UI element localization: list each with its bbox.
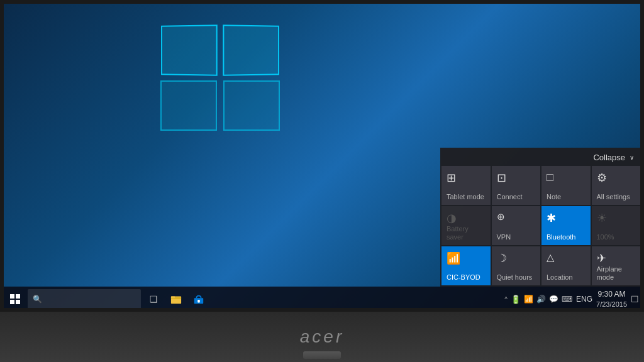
tile-tablet-mode-label: Tablet mode	[447, 193, 484, 201]
airplane-icon: ✈	[597, 251, 606, 265]
collapse-button[interactable]: Collapse ∨	[593, 153, 634, 162]
tile-quiet-hours-label: Quiet hours	[497, 273, 533, 282]
tile-location[interactable]: △ Location	[541, 246, 591, 285]
tile-bluetooth-label: Bluetooth	[547, 233, 575, 241]
laptop-hinge	[303, 351, 341, 359]
tile-cic-byod[interactable]: 📶 CIC-BYOD	[441, 246, 491, 285]
tile-brightness[interactable]: ☀ 100%	[592, 206, 641, 245]
connect-icon: ⊡	[497, 171, 506, 185]
chevron-down-icon: ∨	[630, 154, 634, 161]
tablet-mode-icon: ⊞	[447, 171, 456, 185]
start-button[interactable]	[5, 289, 25, 309]
clock-date: 7/23/2015	[596, 300, 627, 309]
svg-rect-0	[10, 294, 14, 299]
battery-icon: 🔋	[511, 295, 521, 304]
tile-cic-byod-label: CIC-BYOD	[447, 273, 480, 282]
tile-battery-saver[interactable]: ◑ Battery saver	[441, 206, 491, 245]
tile-all-settings[interactable]: ⚙ All settings	[592, 166, 641, 205]
tile-vpn[interactable]: ⊕ VPN	[492, 206, 541, 245]
tile-connect[interactable]: ⊡ Connect	[492, 166, 541, 205]
taskbar-left: 🔍 ❑	[5, 289, 209, 309]
action-center-panel: Collapse ∨ ⊞ Tablet mode ⊡ Connect □ Not…	[440, 148, 641, 287]
wifi-icon: 📶	[447, 251, 460, 265]
action-center-header: Collapse ∨	[440, 148, 641, 166]
search-icon: 🔍	[33, 295, 42, 304]
show-hidden-icons-button[interactable]: ^	[504, 296, 508, 303]
svg-rect-1	[16, 294, 20, 299]
svg-rect-7	[197, 300, 200, 303]
store-button[interactable]	[189, 289, 209, 309]
language-indicator[interactable]: ENG	[576, 295, 592, 304]
tile-location-label: Location	[547, 273, 573, 282]
svg-rect-5	[171, 297, 175, 299]
bluetooth-icon: ✱	[547, 211, 556, 225]
clock-time: 9:30 AM	[596, 289, 627, 300]
task-view-button[interactable]: ❑	[143, 289, 164, 309]
svg-rect-2	[10, 300, 14, 304]
search-box[interactable]: 🔍	[28, 289, 141, 309]
laptop-bezel: acer	[0, 312, 644, 362]
windows-logo	[126, 13, 302, 163]
tile-quiet-hours[interactable]: ☽ Quiet hours	[492, 246, 541, 285]
tile-bluetooth[interactable]: ✱ Bluetooth	[541, 206, 591, 245]
settings-icon: ⚙	[597, 171, 607, 185]
tile-all-settings-label: All settings	[597, 193, 630, 201]
tile-note-label: Note	[547, 193, 561, 201]
collapse-label: Collapse	[593, 153, 625, 162]
location-icon: △	[547, 251, 554, 263]
keyboard-icon: ⌨	[562, 295, 572, 304]
quick-actions-grid: ⊞ Tablet mode ⊡ Connect □ Note ⚙ All set…	[440, 166, 641, 287]
taskbar: 🔍 ❑ ^ 🔋 📶 🔊 💬 ⌨ ENG	[0, 287, 644, 312]
vpn-icon: ⊕	[497, 211, 505, 222]
tile-airplane-mode[interactable]: ✈ Airplane mode	[592, 246, 641, 285]
action-center-button[interactable]: ☐	[631, 294, 639, 304]
note-icon: □	[547, 171, 553, 184]
tile-connect-label: Connect	[497, 193, 523, 201]
tile-airplane-mode-label: Airplane mode	[597, 265, 636, 282]
system-clock[interactable]: 9:30 AM 7/23/2015	[596, 289, 627, 309]
acer-brand-logo: acer	[300, 327, 344, 347]
svg-rect-3	[16, 300, 20, 304]
system-tray-icons: ^ 🔋 📶 🔊 💬 ⌨	[504, 295, 572, 304]
tile-battery-saver-label: Battery saver	[447, 225, 486, 241]
tile-tablet-mode[interactable]: ⊞ Tablet mode	[441, 166, 491, 205]
brightness-icon: ☀	[597, 211, 607, 225]
notification-tray-icon[interactable]: 💬	[549, 295, 558, 304]
volume-icon[interactable]: 🔊	[536, 295, 546, 304]
taskbar-right: ^ 🔋 📶 🔊 💬 ⌨ ENG 9:30 AM 7/23/2015 ☐	[504, 289, 639, 309]
wifi-tray-icon[interactable]: 📶	[524, 295, 533, 304]
tile-note[interactable]: □ Note	[541, 166, 591, 205]
battery-saver-icon: ◑	[447, 211, 457, 225]
tile-vpn-label: VPN	[497, 233, 511, 241]
tile-brightness-label: 100%	[597, 233, 614, 241]
file-explorer-button[interactable]	[166, 289, 186, 309]
quiet-hours-icon: ☽	[497, 251, 507, 265]
